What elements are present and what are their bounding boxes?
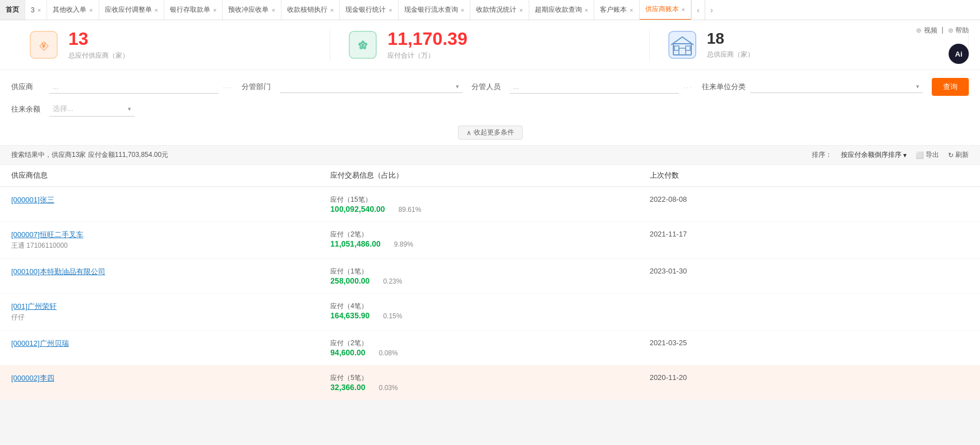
txn-label: 应付（4笔） bbox=[330, 302, 649, 311]
txn-percent: 0.03% bbox=[379, 384, 398, 392]
results-actions: 排序： 按应付余额倒序排序 ▾ ⬜ 导出 ↻ 刷新 bbox=[812, 150, 969, 160]
nav-tab-home[interactable]: 首页 bbox=[0, 0, 25, 20]
ap-suppliers-icon: ◇ ¥ bbox=[28, 29, 59, 61]
txn-percent: 0.15% bbox=[383, 312, 402, 320]
nav-tab-cash-bank-stat-close[interactable]: × bbox=[389, 7, 392, 13]
txn-amount-row: 94,600.00 0.08% bbox=[330, 348, 649, 357]
nav-tab-collection-stat-close[interactable]: × bbox=[519, 7, 523, 13]
nav-tab-3[interactable]: 3 × bbox=[25, 0, 47, 20]
query-button[interactable]: 查询 bbox=[932, 78, 969, 96]
ap-amount-number: 11,170.39 bbox=[387, 29, 467, 49]
nav-tab-supplier-ledger-close[interactable]: × bbox=[682, 6, 685, 13]
txn-label: 应付（1笔） bbox=[330, 267, 649, 276]
txn-amount[interactable]: 100,092,540.00 bbox=[330, 205, 385, 214]
balance-filter-select[interactable]: 选择... ▾ bbox=[49, 101, 135, 117]
supplier-name-link[interactable]: [000012]广州贝瑞 bbox=[11, 339, 69, 347]
data-table: 供应商信息 应付交易信息（占比） 上次付数 [000001]张三 应付（15笔）… bbox=[0, 165, 980, 400]
results-summary-text: 搜索结果中，供应商13家 应付金额111,703,854.00元 bbox=[11, 150, 168, 160]
nav-tab-overdue-ar-label: 超期应收款查询 bbox=[535, 5, 582, 15]
nav-tab-overdue-ar-close[interactable]: × bbox=[585, 7, 588, 13]
chevron-right-icon: › bbox=[710, 6, 713, 15]
nav-tab-other-income-close[interactable]: × bbox=[89, 7, 93, 13]
nav-tab-bank-deposit-close[interactable]: × bbox=[213, 7, 216, 13]
nav-tab-pre-ar-close[interactable]: × bbox=[271, 7, 275, 13]
supplier-name-link[interactable]: [000001]张三 bbox=[11, 196, 54, 204]
nav-tab-bank-deposit[interactable]: 银行存取款单 × bbox=[164, 0, 223, 20]
nav-tab-cash-bank-flow[interactable]: 现金银行流水查询 × bbox=[399, 0, 470, 20]
ai-button[interactable]: Ai bbox=[949, 44, 969, 64]
supplier-filter-label: 供应商 bbox=[11, 82, 45, 92]
supplier-name-link[interactable]: [001]广州荣轩 bbox=[11, 302, 57, 310]
refresh-btn-label: 刷新 bbox=[955, 150, 969, 160]
nav-tab-pre-ar-label: 预收冲应收单 bbox=[228, 5, 269, 15]
person-filter-input[interactable] bbox=[510, 80, 679, 94]
ap-amount-icon: ✿ ¥ bbox=[347, 29, 378, 61]
txn-amount[interactable]: 164,635.90 bbox=[330, 311, 369, 320]
supplier-info-cell: [001]广州荣轩 仔仔 bbox=[11, 302, 330, 322]
filter-item-balance: 往来余额 选择... ▾ bbox=[11, 101, 135, 117]
refresh-icon: ↻ bbox=[948, 151, 954, 159]
supplier-filter-input[interactable] bbox=[49, 80, 219, 94]
nav-tab-ar-ap-adjust[interactable]: 应收应付调整单 × bbox=[99, 0, 164, 20]
ap-suppliers-label: 总应付供应商（家） bbox=[68, 51, 129, 61]
supplier-name-link[interactable]: [000100]本特勤油品有限公司 bbox=[11, 267, 105, 276]
nav-tab-pre-ar[interactable]: 预收冲应收单 × bbox=[223, 0, 281, 20]
collapse-button[interactable]: ∧ 收起更多条件 bbox=[458, 126, 523, 140]
export-button[interactable]: ⬜ 导出 bbox=[916, 150, 939, 160]
category-chevron-icon: ▾ bbox=[916, 83, 919, 90]
balance-chevron-icon: ▾ bbox=[128, 105, 131, 113]
txn-amount[interactable]: 258,000.00 bbox=[330, 276, 369, 285]
nav-tab-collection-stat[interactable]: 收款情况统计 × bbox=[470, 0, 529, 20]
nav-tab-3-close[interactable]: × bbox=[38, 7, 41, 13]
txn-amount[interactable]: 94,600.00 bbox=[330, 348, 365, 357]
refresh-button[interactable]: ↻ 刷新 bbox=[948, 150, 969, 160]
nav-tab-collection-exec-close[interactable]: × bbox=[330, 7, 334, 13]
last-pay-cell: 2021-11-17 bbox=[650, 230, 969, 238]
table-body: [000001]张三 应付（15笔） 100,092,540.00 89.61%… bbox=[0, 187, 980, 400]
nav-prev-arrow[interactable]: ‹ bbox=[691, 0, 705, 20]
txn-percent: 0.23% bbox=[383, 277, 402, 285]
supplier-name-link[interactable]: [000002]李四 bbox=[11, 374, 54, 382]
summary-info-total-suppliers: 18 总供应商（家） bbox=[707, 30, 754, 59]
dept-chevron-icon: ▾ bbox=[456, 83, 459, 90]
help-link[interactable]: ⊙ 帮助 bbox=[948, 26, 969, 35]
sort-select[interactable]: 按应付余额倒序排序 ▾ bbox=[841, 150, 907, 160]
supplier-name-link[interactable]: [000007]恒旺二手叉车 bbox=[11, 230, 84, 239]
svg-text:¥: ¥ bbox=[41, 41, 46, 50]
nav-tab-cash-bank-flow-close[interactable]: × bbox=[461, 7, 464, 13]
person-filter-dots: ··· bbox=[683, 83, 693, 91]
dept-filter-select[interactable]: ▾ bbox=[280, 81, 463, 93]
nav-tab-collection-exec[interactable]: 收款核销执行 × bbox=[281, 0, 340, 20]
category-filter-label: 往来单位分类 bbox=[702, 82, 746, 92]
txn-amount-row: 100,092,540.00 89.61% bbox=[330, 205, 649, 214]
txn-percent: 0.08% bbox=[379, 349, 398, 357]
nav-tab-customer-ledger[interactable]: 客户账本 × bbox=[594, 0, 639, 20]
nav-tab-collection-exec-label: 收款核销执行 bbox=[287, 5, 327, 15]
table-row: [000012]广州贝瑞 应付（2笔） 94,600.00 0.08% 2021… bbox=[0, 331, 980, 365]
nav-tab-overdue-ar[interactable]: 超期应收款查询 × bbox=[529, 0, 594, 20]
nav-tab-bank-deposit-label: 银行存取款单 bbox=[170, 5, 210, 15]
category-filter-select[interactable]: ▾ bbox=[750, 81, 923, 93]
txn-amount[interactable]: 11,051,486.00 bbox=[330, 239, 381, 248]
nav-tab-ar-ap-adjust-close[interactable]: × bbox=[155, 7, 158, 13]
export-icon: ⬜ bbox=[916, 151, 924, 159]
table-row: [000001]张三 应付（15笔） 100,092,540.00 89.61%… bbox=[0, 187, 980, 222]
nav-tab-supplier-ledger[interactable]: 供应商账本 × bbox=[640, 0, 691, 20]
sort-value: 按应付余额倒序排序 bbox=[841, 150, 902, 160]
filter-area: 供应商 ··· 分管部门 ▾ 分管人员 ··· 往来单位分类 ▾ 查询 往来 bbox=[0, 70, 980, 146]
total-suppliers-icon bbox=[667, 29, 698, 61]
last-pay-cell: 2020-11-20 bbox=[650, 373, 969, 382]
nav-tab-other-income[interactable]: 其他收入单 × bbox=[47, 0, 99, 20]
nav-tab-cash-bank-stat[interactable]: 现金银行统计 × bbox=[340, 0, 398, 20]
col-header-txn: 应付交易信息（占比） bbox=[330, 170, 649, 180]
nav-next-arrow[interactable]: › bbox=[705, 0, 718, 20]
nav-tab-cash-bank-flow-label: 现金银行流水查询 bbox=[404, 5, 458, 15]
table-row: [000007]恒旺二手叉车 王通 17106110000 应付（2笔） 11,… bbox=[0, 222, 980, 259]
table-row: [001]广州荣轩 仔仔 应付（4笔） 164,635.90 0.15% bbox=[0, 294, 980, 331]
txn-label: 应付（2笔） bbox=[330, 339, 649, 348]
txn-info-cell: 应付（2笔） 11,051,486.00 9.89% bbox=[330, 230, 649, 248]
txn-amount[interactable]: 32,366.00 bbox=[330, 383, 365, 392]
nav-tab-customer-ledger-close[interactable]: × bbox=[630, 7, 633, 13]
txn-label: 应付（5笔） bbox=[330, 373, 649, 383]
video-link[interactable]: ⊙ 视频 bbox=[916, 26, 937, 35]
